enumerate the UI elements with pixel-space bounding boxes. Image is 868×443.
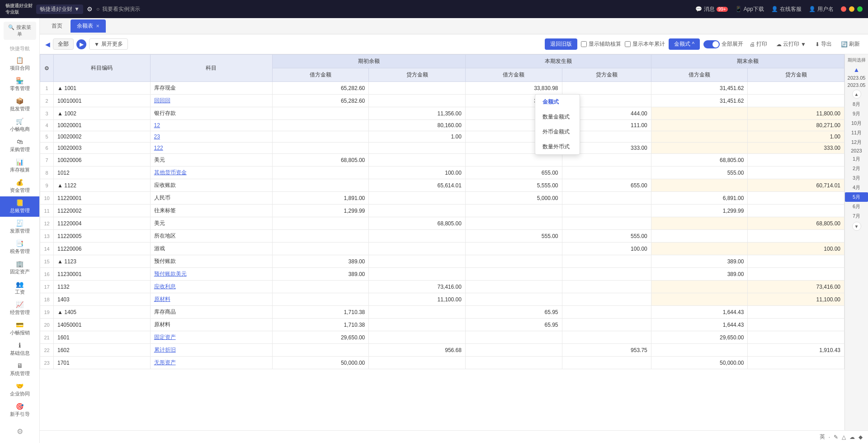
settings-icon[interactable]: ⚙ (87, 5, 93, 13)
sidebar-item-operations[interactable]: 📈 经营管理 (0, 298, 39, 319)
dropdown-item-foreign-amount[interactable]: 外币金额式 (535, 124, 580, 139)
date-month-11[interactable]: 11月 (845, 128, 868, 138)
row-name[interactable]: 固定资产 (150, 331, 272, 344)
subsidiary-checkbox[interactable] (581, 41, 587, 47)
date-month-2[interactable]: 2月 (845, 164, 868, 173)
row-amount: 31,451.62 (651, 82, 748, 95)
close-button[interactable] (841, 6, 846, 12)
window-dropdown[interactable]: 畅捷通好业财 ▼ (36, 5, 83, 14)
switch-control[interactable] (703, 40, 720, 48)
sidebar-item-purchase[interactable]: 🛍 采购管理 (0, 135, 39, 156)
row-name[interactable]: 应收利息 (150, 281, 272, 293)
sidebar-item-project[interactable]: 📋 项目合同 (0, 54, 39, 74)
tab-close-icon[interactable]: ✕ (96, 24, 99, 29)
minimize-button[interactable] (849, 6, 854, 12)
sidebar-item-inventory[interactable]: 📊 库存核算 (0, 156, 39, 176)
expand-button[interactable]: ▼ 展开更多 (89, 38, 128, 50)
sidebar-settings-button[interactable]: ⚙ (13, 424, 27, 439)
full-expand-toggle[interactable]: 全部展开 (703, 40, 743, 48)
date-month-9[interactable]: 9月 (845, 109, 868, 119)
app-download-button[interactable]: 📱 App下载 (735, 5, 764, 13)
ledger-icon: 📒 (16, 199, 24, 206)
row-number: 16 (40, 268, 54, 281)
date-month-12[interactable]: 12月 (845, 138, 868, 147)
return-old-button[interactable]: 退回旧版 (545, 38, 577, 50)
maximize-button[interactable] (857, 6, 863, 12)
dot-icon: · (829, 434, 830, 440)
mode-button[interactable]: 金额式 ^ (669, 38, 700, 50)
sidebar-item-system[interactable]: 🖥 系统管理 (0, 359, 39, 380)
date-month-1[interactable]: 1月 (845, 154, 868, 164)
lang-switch[interactable]: 英 (820, 433, 825, 441)
row-name[interactable]: 预付账款美元 (150, 268, 272, 281)
show-ytd-check[interactable]: 显示本年累计 (625, 40, 665, 48)
row-name[interactable]: 12 (150, 120, 272, 131)
date-expand-down[interactable]: ▼ (852, 222, 861, 231)
tab-home[interactable]: 首页 (45, 19, 69, 33)
sidebar-item-tax[interactable]: 📑 税务管理 (0, 237, 39, 257)
table-row: 19▲ 1405库存商品1,710.3865.951,644.43 (40, 306, 844, 319)
date-month-4[interactable]: 4月 (845, 183, 868, 192)
ytd-checkbox[interactable] (625, 41, 631, 47)
date-nav-up[interactable]: ▲ (853, 65, 861, 74)
sidebar-item-sales[interactable]: 💳 小畅报销 (0, 319, 39, 339)
row-code: 1601 (54, 331, 151, 344)
table-settings-icon[interactable]: ⚙ (40, 55, 54, 82)
dropdown-item-amount[interactable]: 金额式 (535, 95, 580, 110)
demo-link[interactable]: ○ 我要看实例演示 (96, 5, 140, 13)
date-month-7[interactable]: 7月 (845, 211, 868, 221)
sidebar-item-retail[interactable]: 🏪 零售管理 (0, 74, 39, 95)
export-button[interactable]: ⬇ 导出 (812, 38, 835, 50)
show-subsidiary-check[interactable]: 显示辅助核算 (581, 40, 621, 48)
sidebar-item-invoice[interactable]: 🧾 发票管理 (0, 217, 39, 237)
online-service-button[interactable]: 👤 在线客服 (771, 5, 802, 13)
search-menu[interactable]: 🔍 搜索菜单 (4, 22, 36, 40)
cloud-print-button[interactable]: ☁ 云打印 ▼ (774, 38, 809, 50)
row-amount (369, 306, 466, 319)
dropdown-item-qty-foreign[interactable]: 数量外币式 (535, 139, 580, 154)
sidebar-item-capital[interactable]: 💰 资金管理 (0, 176, 39, 196)
sidebar-item-ledger[interactable]: 📒 总账管理 (0, 196, 39, 217)
row-amount: 1,299.99 (272, 205, 369, 217)
row-name[interactable]: 其他货币资金 (150, 167, 272, 179)
back-icon[interactable]: ◀ (45, 41, 50, 48)
date-month-6[interactable]: 6月 (845, 202, 868, 211)
sidebar-item-ecommerce[interactable]: 🛒 小畅电商 (0, 115, 39, 135)
row-amount (651, 143, 748, 154)
row-amount (465, 268, 562, 281)
sidebar-item-base[interactable]: ℹ 基础信息 (0, 339, 39, 359)
row-name[interactable]: 累计折旧 (150, 344, 272, 357)
search-icon: 🔍 (8, 24, 14, 30)
refresh-button[interactable]: 🔄 刷新 (838, 38, 863, 50)
sidebar-item-assets[interactable]: 🏢 固定资产 (0, 257, 39, 278)
breadcrumb-arrow[interactable]: ▶ (76, 39, 86, 49)
print-button[interactable]: 🖨 打印 (747, 38, 770, 50)
row-amount: 555.00 (562, 230, 651, 243)
row-amount (651, 281, 748, 293)
date-month-3[interactable]: 3月 (845, 173, 868, 183)
row-name[interactable]: 无形资产 (150, 357, 272, 369)
table-row: 9▲ 1122应收账款65,614.015,555.00655.0060,714… (40, 179, 844, 192)
row-name[interactable]: 回回回 (150, 95, 272, 107)
col-header-pc: 贷方金额 (562, 68, 651, 82)
sidebar-item-coop[interactable]: 🤝 企业协同 (0, 380, 39, 400)
date-month-10[interactable]: 10月 (845, 119, 868, 128)
row-amount (369, 268, 466, 281)
date-month-5[interactable]: 5月 (845, 192, 868, 202)
edit-icon[interactable]: ✎ (834, 434, 838, 440)
row-amount (272, 143, 369, 154)
message-icon: 💬 (695, 6, 702, 12)
sidebar-item-wholesale[interactable]: 📦 批发管理 (0, 95, 39, 115)
sidebar-item-payroll[interactable]: 👥 工资 (0, 278, 39, 298)
user-profile[interactable]: 👤 用户名 (809, 5, 834, 13)
row-name[interactable]: 原材料 (150, 293, 272, 306)
row-name[interactable]: 23 (150, 131, 272, 143)
date-month-8[interactable]: 8月 (845, 100, 868, 109)
sidebar-item-guide[interactable]: 🎯 新手引导 (0, 400, 39, 420)
cloud-icon[interactable]: ☁ (849, 434, 855, 440)
date-expand-up[interactable]: ▲ (852, 90, 861, 99)
row-name[interactable]: 122 (150, 143, 272, 154)
tab-balance[interactable]: 余额表 ✕ (71, 19, 106, 33)
messages-button[interactable]: 💬 消息 99+ (695, 5, 728, 13)
dropdown-item-qty-amount[interactable]: 数量金额式 (535, 110, 580, 124)
